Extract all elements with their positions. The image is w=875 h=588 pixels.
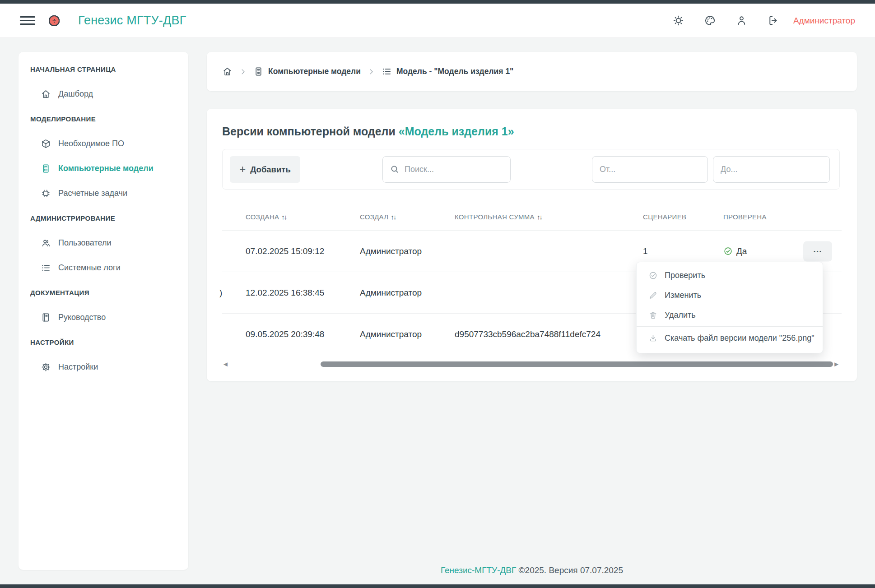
menu-item-label: Проверить <box>665 271 705 280</box>
column-header-author[interactable]: СОЗДАЛ↑↓ <box>360 213 396 221</box>
cell-scenarios: 1 <box>643 246 648 256</box>
sidebar-item-computer-models[interactable]: Компьютерные модели <box>19 156 188 181</box>
sidebar-item-calculation-tasks[interactable]: Расчетные задачи <box>19 181 188 206</box>
footer: Генезис-МГТУ-ДВГ ©2025. Версия 07.07.202… <box>207 565 857 575</box>
palette-icon[interactable] <box>704 14 717 27</box>
page-title-prefix: Версии компьютерной модели <box>222 125 399 138</box>
page-title: Версии компьютерной модели «Модель издел… <box>222 125 842 138</box>
sidebar-section-documentation: ДОКУМЕНТАЦИЯ <box>19 280 188 305</box>
column-header-checksum[interactable]: КОНТРОЛЬНАЯ СУММА↑↓ <box>455 213 542 221</box>
footer-copyright: ©2025. Версия 07.07.2025 <box>516 565 623 575</box>
cell-author: Администратор <box>360 246 422 256</box>
brand-title: Генезис МГТУ-ДВГ <box>78 14 186 28</box>
sidebar-item-settings[interactable]: Настройки <box>19 355 188 380</box>
sidebar-item-manual[interactable]: Руководство <box>19 305 188 330</box>
theme-brightness-icon[interactable] <box>672 14 685 27</box>
app-header: + − × ÷ Генезис МГТУ-ДВГ Администратор <box>0 4 875 38</box>
sidebar-item-label: Системные логи <box>58 263 121 273</box>
search-field-wrap <box>382 156 511 183</box>
package-icon <box>41 139 51 149</box>
sidebar-section-settings: НАСТРОЙКИ <box>19 330 188 355</box>
menu-item-label: Удалить <box>665 310 696 320</box>
search-input[interactable] <box>382 156 511 183</box>
bottom-accent-strip <box>0 584 875 588</box>
trash-icon <box>648 310 658 320</box>
add-version-button[interactable]: + Добавить <box>230 156 300 183</box>
sidebar-item-label: Расчетные задачи <box>58 189 127 198</box>
download-icon <box>648 333 658 343</box>
sidebar-item-required-software[interactable]: Необходимое ПО <box>19 131 188 156</box>
sidebar-section-modeling: МОДЕЛИРОВАНИЕ <box>19 106 188 131</box>
list-icon <box>382 66 392 77</box>
column-header-verified: ПРОВЕРЕНА <box>723 213 767 221</box>
sort-icon[interactable]: ↑↓ <box>281 213 286 221</box>
app-logo: + − × ÷ <box>49 9 71 32</box>
menu-item-delete[interactable]: Удалить <box>637 305 823 325</box>
sidebar-item-label: Дашборд <box>58 89 93 99</box>
cell-created: 12.02.2025 16:38:45 <box>246 288 324 298</box>
footer-brand-link[interactable]: Генезис-МГТУ-ДВГ <box>441 565 516 575</box>
pencil-icon <box>648 291 658 300</box>
cell-author: Администратор <box>360 329 422 339</box>
calculator-icon <box>41 163 51 174</box>
menu-item-edit[interactable]: Изменить <box>637 285 823 305</box>
date-from-input[interactable] <box>592 156 708 183</box>
column-header-scenarios: СЦЕНАРИЕВ <box>643 213 686 221</box>
cell-verified: Да <box>723 246 747 256</box>
date-to-input[interactable] <box>713 156 830 183</box>
list-icon <box>41 263 51 273</box>
chevron-right-icon <box>239 68 247 76</box>
cell-created: 09.05.2025 20:39:48 <box>246 329 324 339</box>
verified-label: Да <box>736 246 747 256</box>
cpu-icon <box>41 188 51 199</box>
sidebar-section-home: НАЧАЛЬНАЯ СТРАНИЦА <box>19 57 188 82</box>
cell-author: Администратор <box>360 288 422 298</box>
row-actions-menu: Проверить Изменить Удалить Скачать файл … <box>636 262 823 353</box>
sidebar: НАЧАЛЬНАЯ СТРАНИЦА Дашборд МОДЕЛИРОВАНИЕ… <box>19 52 188 570</box>
sidebar-item-label: Руководство <box>58 313 106 322</box>
calculator-icon <box>253 66 264 77</box>
sidebar-item-users[interactable]: Пользователи <box>19 231 188 255</box>
menu-item-verify[interactable]: Проверить <box>637 265 823 285</box>
add-button-label: Добавить <box>250 165 291 175</box>
breadcrumb-computer-models[interactable]: Компьютерные модели <box>253 66 361 77</box>
breadcrumb-label: Модель - "Модель изделия 1" <box>396 67 514 76</box>
profile-icon[interactable] <box>735 14 748 27</box>
hamburger-menu-icon[interactable] <box>20 14 37 27</box>
cell-checksum: d9507733cb596ac2ba7488f11defc724 <box>455 329 600 339</box>
menu-item-label: Изменить <box>665 291 701 300</box>
menu-item-label: Скачать файл версии модели "256.png" <box>665 333 814 343</box>
sidebar-section-administration: АДМИНИСТРИРОВАНИЕ <box>19 206 188 231</box>
check-circle-icon <box>723 246 733 256</box>
sidebar-item-system-logs[interactable]: Системные логи <box>19 255 188 280</box>
home-icon <box>41 89 51 99</box>
chevron-right-icon <box>367 68 375 76</box>
row-actions-button[interactable]: ... <box>803 241 832 261</box>
menu-item-download-version-file[interactable]: Скачать файл версии модели "256.png" <box>637 326 823 350</box>
page-title-model-name: «Модель изделия 1» <box>399 125 514 138</box>
column-header-label: КОНТРОЛЬНАЯ СУММА <box>455 213 535 221</box>
logout-icon[interactable] <box>767 14 780 27</box>
sidebar-item-label: Пользователи <box>58 238 111 248</box>
scroll-left-arrow[interactable]: ◄ <box>222 360 229 369</box>
scroll-right-arrow[interactable]: ► <box>833 360 840 369</box>
table-header-row: СОЗДАНА↑↓ СОЗДАЛ↑↓ КОНТРОЛЬНАЯ СУММА↑↓ С… <box>222 203 842 230</box>
sidebar-item-label: Настройки <box>58 362 98 372</box>
sidebar-item-dashboard[interactable]: Дашборд <box>19 82 188 106</box>
breadcrumb: Компьютерные модели Модель - "Модель изд… <box>207 52 857 91</box>
column-header-label: СОЗДАНА <box>246 213 279 221</box>
sort-icon[interactable]: ↑↓ <box>537 213 542 221</box>
home-icon[interactable] <box>222 66 233 77</box>
column-header-label: СОЗДАЛ <box>360 213 388 221</box>
sidebar-item-label: Необходимое ПО <box>58 139 124 148</box>
users-icon <box>41 238 51 248</box>
sort-icon[interactable]: ↑↓ <box>391 213 396 221</box>
book-icon <box>41 312 51 323</box>
gear-icon <box>41 362 51 372</box>
top-accent-strip <box>0 0 875 4</box>
current-user-label[interactable]: Администратор <box>793 16 855 26</box>
column-header-created[interactable]: СОЗДАНА↑↓ <box>246 213 286 221</box>
breadcrumb-current-model[interactable]: Модель - "Модель изделия 1" <box>382 66 514 77</box>
scrollbar-thumb[interactable] <box>321 361 833 367</box>
plus-icon: + <box>239 163 246 176</box>
